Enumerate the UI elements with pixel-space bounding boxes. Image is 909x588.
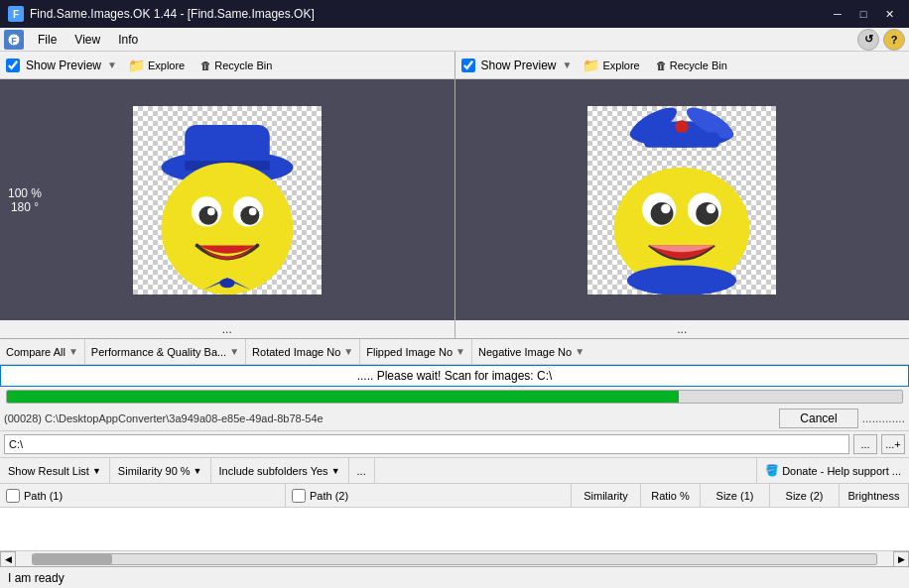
minimize-button[interactable]: ─ xyxy=(826,5,849,23)
col-size1[interactable]: Size (1) xyxy=(701,484,770,507)
progress-fill xyxy=(7,391,679,403)
negative-chevron: ▼ xyxy=(575,346,584,357)
right-preview-chevron: ▼ xyxy=(563,59,573,70)
flipped-control[interactable]: Flipped Image No ▼ xyxy=(360,339,472,364)
app-icon: F xyxy=(8,6,24,22)
donate-icon: 🪣 xyxy=(765,464,779,477)
result-list-label: Show Result List xyxy=(8,465,89,477)
main-content: Show Preview ▼ 📁 Explore 🗑 Recycle Bin 1… xyxy=(0,52,909,588)
col-path2[interactable]: Path (2) xyxy=(286,484,572,507)
compare-control[interactable]: Compare All ▼ xyxy=(0,339,85,364)
right-recycle-label: Recycle Bin xyxy=(670,59,727,71)
left-explore-label: Explore xyxy=(148,59,185,71)
scrollbar-area: ◀ ▶ xyxy=(0,550,909,566)
path1-label: Path (1) xyxy=(24,490,63,502)
right-show-preview-checkbox[interactable] xyxy=(461,59,475,72)
rotated-chevron: ▼ xyxy=(343,346,353,357)
scroll-right-button[interactable]: ▶ xyxy=(893,551,909,567)
left-smiley-svg xyxy=(133,106,322,294)
help-icon: ? xyxy=(891,34,898,46)
refresh-button[interactable]: ↺ xyxy=(857,29,879,51)
left-explore-button[interactable]: 📁 Explore xyxy=(123,56,190,75)
col-ratio[interactable]: Ratio % xyxy=(641,484,701,507)
svg-point-9 xyxy=(240,205,259,224)
left-show-preview-checkbox[interactable] xyxy=(6,59,20,72)
h-scrollbar-thumb[interactable] xyxy=(33,554,112,564)
menu-file[interactable]: File xyxy=(30,31,65,49)
right-image-container xyxy=(587,106,776,294)
menubar: F File View Info ↺ ? xyxy=(0,28,909,52)
subfolders-option[interactable]: Include subfolders Yes ▼ xyxy=(211,458,349,483)
browse-button[interactable]: ... xyxy=(853,434,877,454)
result-list-option[interactable]: Show Result List ▼ xyxy=(0,458,110,483)
donate-label: Donate - Help support ... xyxy=(782,465,901,477)
extra-option[interactable]: ... xyxy=(349,458,375,483)
right-preview-pane: Show Preview ▼ 📁 Explore 🗑 Recycle Bin xyxy=(455,52,910,338)
rotated-control[interactable]: Rotated Image No ▼ xyxy=(246,339,360,364)
svg-point-24 xyxy=(661,203,671,213)
left-recycle-button[interactable]: 🗑 Recycle Bin xyxy=(195,58,277,73)
negative-label: Negative Image No xyxy=(478,346,572,358)
negative-control[interactable]: Negative Image No ▼ xyxy=(472,339,590,364)
flipped-label: Flipped Image No xyxy=(366,346,453,358)
path-dots: ............. xyxy=(862,412,905,425)
left-preview-toolbar: Show Preview ▼ 📁 Explore 🗑 Recycle Bin xyxy=(0,52,454,79)
similarity-label: Similarity 90 % xyxy=(118,465,191,477)
right-recycle-button[interactable]: 🗑 Recycle Bin xyxy=(651,58,732,73)
refresh-icon: ↺ xyxy=(864,33,873,46)
col-brightness[interactable]: Brightness xyxy=(840,484,909,507)
donate-button[interactable]: 🪣 Donate - Help support ... xyxy=(757,458,909,483)
path1-checkbox[interactable] xyxy=(6,489,20,503)
ratio-col-label: Ratio % xyxy=(651,490,690,502)
rotated-label: Rotated Image No xyxy=(252,346,340,358)
menu-view[interactable]: View xyxy=(66,31,108,49)
performance-control[interactable]: Performance & Quality Ba... ▼ xyxy=(85,339,246,364)
maximize-button[interactable]: □ xyxy=(851,5,875,23)
result-caret: ▼ xyxy=(92,466,101,476)
window-controls: ─ □ ✕ xyxy=(826,5,901,23)
h-scrollbar[interactable] xyxy=(32,553,877,565)
app-title: Find.Same.Images.OK 1.44 - [Find.Same.Im… xyxy=(30,7,315,21)
extra-label: ... xyxy=(357,465,366,477)
svg-text:F: F xyxy=(11,36,17,46)
left-show-preview-label: Show Preview xyxy=(26,59,101,72)
status-ready: I am ready xyxy=(8,571,65,585)
help-button[interactable]: ? xyxy=(883,29,905,51)
close-button[interactable]: ✕ xyxy=(877,5,901,23)
scroll-left-button[interactable]: ◀ xyxy=(0,551,16,567)
left-preview-dots: ... xyxy=(0,320,454,338)
right-explore-button[interactable]: 📁 Explore xyxy=(578,56,644,75)
left-image-area: 100 % 180 ° xyxy=(0,79,454,320)
table-body xyxy=(0,508,909,550)
right-explore-label: Explore xyxy=(602,59,639,71)
size2-col-label: Size (2) xyxy=(786,490,824,502)
svg-point-23 xyxy=(697,201,719,224)
col-path1[interactable]: Path (1) xyxy=(0,484,286,507)
statusbar-bottom: I am ready xyxy=(0,566,909,588)
similarity-col-label: Similarity xyxy=(584,490,628,502)
menu-info[interactable]: Info xyxy=(110,31,146,49)
svg-point-26 xyxy=(627,265,736,294)
compare-label: Compare All xyxy=(6,346,65,358)
browse-add-button[interactable]: ...+ xyxy=(881,434,905,454)
scan-path-text: (00028) C:\DesktopAppConverter\3a949a08-… xyxy=(4,412,775,424)
right-preview-toolbar: Show Preview ▼ 📁 Explore 🗑 Recycle Bin xyxy=(455,52,910,79)
status-message: ..... Please wait! Scan for images: C:\ xyxy=(0,365,909,387)
left-rotation-label: 180 ° xyxy=(8,200,42,214)
col-similarity[interactable]: Similarity xyxy=(572,484,641,507)
path-input[interactable] xyxy=(4,434,849,454)
path2-label: Path (2) xyxy=(310,490,348,502)
progress-container xyxy=(0,387,909,407)
svg-point-25 xyxy=(707,203,716,213)
similarity-option[interactable]: Similarity 90 % ▼ xyxy=(110,458,211,483)
options-spacer xyxy=(375,458,757,483)
controls-row: Compare All ▼ Performance & Quality Ba..… xyxy=(0,339,909,365)
cancel-button[interactable]: Cancel xyxy=(779,409,857,428)
col-size2[interactable]: Size (2) xyxy=(770,484,840,507)
right-recycle-icon: 🗑 xyxy=(656,59,667,71)
svg-point-8 xyxy=(198,205,217,224)
titlebar-left: F Find.Same.Images.OK 1.44 - [Find.Same.… xyxy=(8,6,315,22)
compare-chevron: ▼ xyxy=(68,346,78,357)
size1-col-label: Size (1) xyxy=(716,490,754,502)
path2-checkbox[interactable] xyxy=(292,489,306,503)
